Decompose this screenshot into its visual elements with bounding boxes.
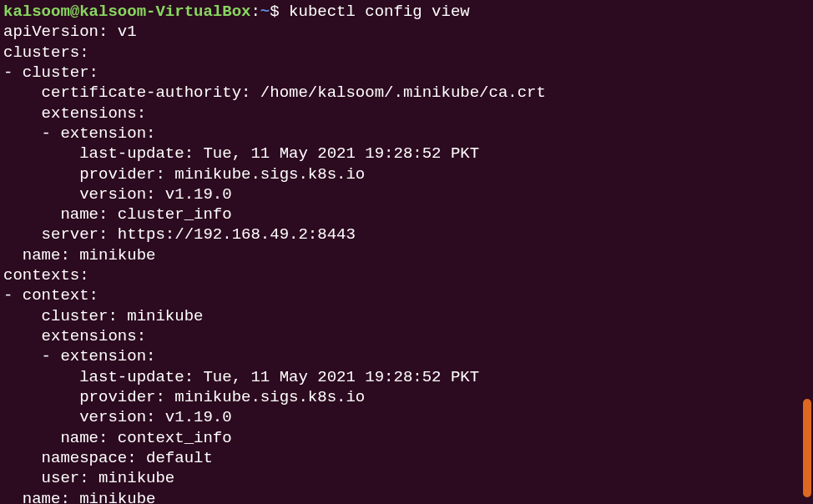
output-line: apiVersion: v1 <box>3 23 137 41</box>
output-line: - extension: <box>3 124 155 143</box>
scrollbar-thumb[interactable] <box>803 399 811 497</box>
output-line: name: context_info <box>3 429 232 447</box>
output-line: provider: minikube.sigs.k8s.io <box>3 388 365 406</box>
output-line: certificate-authority: /home/kalsoom/.mi… <box>3 83 546 102</box>
output-line: extensions: <box>3 104 146 123</box>
output-line: name: cluster_info <box>3 205 232 224</box>
output-line: namespace: default <box>3 449 213 467</box>
output-line: last-update: Tue, 11 May 2021 19:28:52 P… <box>3 368 479 386</box>
output-line: - extension: <box>3 347 155 365</box>
output-line: contexts: <box>3 266 89 285</box>
output-line: version: v1.19.0 <box>3 185 232 204</box>
terminal-output[interactable]: kalsoom@kalsoom-VirtualBox:~$ kubectl co… <box>3 2 810 504</box>
output-line: name: minikube <box>3 246 155 265</box>
output-line: - cluster: <box>3 63 98 82</box>
scrollbar-track[interactable] <box>801 0 811 504</box>
prompt-dollar: $ <box>270 3 279 21</box>
prompt-separator: : <box>250 3 260 21</box>
output-line: user: minikube <box>3 469 174 487</box>
output-line: name: minikube <box>3 490 155 505</box>
output-line: clusters: <box>3 43 89 62</box>
output-line: last-update: Tue, 11 May 2021 19:28:52 P… <box>3 144 479 163</box>
output-line: provider: minikube.sigs.k8s.io <box>3 165 365 184</box>
output-line: extensions: <box>3 327 146 345</box>
output-line: server: https://192.168.49.2:8443 <box>3 225 356 244</box>
command-text: kubectl config view <box>289 3 470 21</box>
prompt-user-host: kalsoom@kalsoom-VirtualBox <box>3 3 250 21</box>
output-line: cluster: minikube <box>3 307 203 325</box>
output-line: version: v1.19.0 <box>3 408 232 426</box>
prompt-path: ~ <box>260 3 270 21</box>
output-line: - context: <box>3 286 98 305</box>
